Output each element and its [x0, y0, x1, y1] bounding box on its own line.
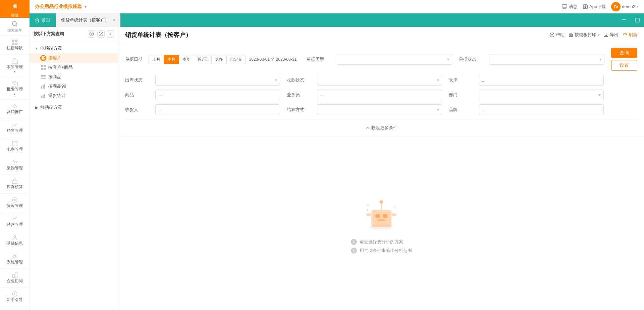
sidebar-item-newbie[interactable]: 新手引导	[0, 288, 29, 306]
app-logo[interactable]: 畅 标版	[0, 0, 30, 18]
collapse-row: 收起更多条件	[125, 119, 637, 136]
wholesale-label: 批发管理	[7, 87, 23, 92]
mobile-scheme-group[interactable]: ▶ 移动端方案	[30, 102, 118, 112]
receiver-input[interactable]: ···	[155, 104, 280, 115]
goods-input[interactable]: ···	[155, 90, 280, 100]
tab-expand-btn[interactable]	[631, 13, 644, 27]
inventory-label: 库存核算	[7, 184, 23, 190]
scheme-return-stats[interactable]: 退货统计	[30, 91, 118, 100]
sidebar-item-operations[interactable]: 经营管理	[0, 212, 29, 231]
export-icon	[604, 33, 608, 37]
svg-point-11	[14, 107, 15, 108]
app-selector[interactable]: 办公用品行业模拟账套	[35, 4, 82, 10]
svg-rect-59	[377, 219, 385, 221]
sidebar-item-appstore[interactable]: 应用中心	[0, 306, 29, 310]
left-panel-title: 按以下方案查询	[34, 31, 64, 37]
sidebar-item-wholesale[interactable]: 批发管理 ▲	[0, 77, 29, 100]
user-menu[interactable]: Ea demo2 ▾	[611, 2, 639, 11]
main-area: 办公用品行业模拟账套 ▾ 消息 App下载 Ea demo2 ▾	[30, 0, 644, 310]
bill-status-col: 单据状态 ▾	[459, 54, 604, 65]
collapse-panel-btn[interactable]	[107, 30, 114, 38]
svg-rect-36	[41, 65, 43, 67]
download-btn[interactable]: App下载	[583, 4, 606, 10]
collapse-btn[interactable]: 收起更多条件	[365, 123, 397, 133]
collapse-icon	[108, 32, 113, 36]
system-icon	[12, 253, 18, 259]
sidebar-item-basic[interactable]: 基础信息	[0, 231, 29, 250]
sidebar-item-finance[interactable]: 资金管理	[0, 194, 29, 212]
ship-status-select[interactable]: ▾	[155, 75, 280, 86]
help-btn[interactable]: 帮助	[550, 32, 565, 38]
wholesale-arrow: ▲	[13, 92, 16, 96]
last-month-btn[interactable]: 上月	[149, 55, 164, 64]
sidebar-item-inventory[interactable]: 库存核算	[0, 175, 29, 194]
svg-rect-38	[41, 68, 43, 70]
filter-row-2: 出库状态 ▾ 收款状态 ▾ 仓库	[125, 75, 637, 86]
ship-status-arrow: ▾	[275, 78, 277, 83]
payment-status-select[interactable]: ▾	[317, 75, 442, 86]
retail-arrow: ▼	[13, 70, 16, 73]
app-selector-dropdown[interactable]: ▾	[85, 4, 87, 9]
empty-state: 1 请先选择要分析的方案 2 用过滤条件来缩小分析范围	[118, 137, 644, 310]
username: demo2	[622, 4, 635, 9]
basic-label: 基础信息	[7, 241, 23, 246]
left-panel-actions	[88, 30, 114, 38]
svg-rect-58	[383, 214, 387, 218]
sidebar-item-purchase[interactable]: 采购管理	[0, 156, 29, 175]
edit-scheme-btn[interactable]	[97, 30, 105, 38]
tab-close-icon[interactable]: ×	[112, 17, 115, 23]
refresh-btn[interactable]: 刷新	[623, 32, 637, 38]
svg-rect-56	[373, 212, 390, 225]
add-scheme-btn[interactable]	[88, 30, 95, 38]
sidebar-search[interactable]: 搜索菜单	[0, 18, 29, 36]
scheme-by-customer-goods[interactable]: 按客户+商品	[30, 63, 118, 72]
svg-rect-12	[12, 141, 17, 146]
this-year-btn[interactable]: 本年	[179, 55, 194, 64]
export-btn[interactable]: 导出	[604, 32, 619, 38]
tab-home[interactable]: 首页	[30, 13, 56, 27]
bill-type-select[interactable]: ▾	[337, 54, 452, 65]
svg-rect-39	[44, 68, 46, 70]
custom-btn[interactable]: 自定义	[226, 55, 246, 64]
svg-rect-45	[44, 84, 45, 89]
settings-btn[interactable]: 设置	[611, 60, 637, 71]
bill-status-select[interactable]: ▾	[489, 54, 604, 65]
page-title: 销货单统计表（按客户）	[125, 31, 192, 43]
tab-sales-stats[interactable]: 销货单统计表（按客户） ×	[56, 13, 120, 27]
department-select[interactable]: ▾	[479, 90, 604, 100]
svg-point-17	[16, 217, 17, 218]
print-btn[interactable]: 按模板打印 ▾	[569, 32, 600, 38]
date-filter-col: 单据日期 上月 本月 本年 近7天 更多 自定义 2023-03-01 至 20…	[125, 55, 297, 64]
this-month-btn[interactable]: 本月	[164, 55, 179, 64]
mobile-group-label: 移动端方案	[40, 104, 62, 110]
svg-rect-31	[36, 20, 39, 22]
sidebar-item-retail[interactable]: 零售管理 ▼	[0, 55, 29, 77]
payment-status-col: 收款状态 ▾	[287, 75, 442, 86]
desktop-scheme-title[interactable]: ▼ 电脑端方案	[30, 43, 118, 53]
sidebar-item-sales[interactable]: 销售管理	[0, 118, 29, 137]
customer-icon: 客	[40, 55, 46, 61]
message-btn[interactable]: 消息	[562, 4, 577, 10]
scheme-by-goods-99[interactable]: 按商品99	[30, 82, 118, 91]
marketing-icon	[12, 103, 18, 109]
left-panel-header: 按以下方案查询	[30, 27, 118, 41]
sidebar-item-shortcut[interactable]: 快捷导航	[0, 36, 29, 55]
print-dropdown[interactable]: ▾	[598, 33, 600, 37]
last-7-btn[interactable]: 近7天	[194, 55, 212, 64]
brand-input[interactable]: ···	[479, 104, 604, 115]
message-label: 消息	[569, 4, 577, 10]
settlement-select[interactable]: ▾	[317, 104, 442, 115]
scheme-by-customer[interactable]: 客 按客户	[30, 53, 118, 63]
warehouse-input[interactable]: ...	[479, 75, 604, 86]
more-btn[interactable]: 更多	[211, 55, 227, 64]
salesperson-input[interactable]: ···	[317, 90, 442, 100]
scheme-by-goods[interactable]: 按商品	[30, 72, 118, 82]
tab-minimize-btn[interactable]	[617, 13, 631, 27]
sidebar-item-system[interactable]: 系统管理	[0, 250, 29, 269]
query-btn[interactable]: 查询	[611, 48, 637, 58]
sidebar-item-marketing[interactable]: 营销推广	[0, 100, 29, 118]
sidebar-item-ecommerce[interactable]: 电商管理	[0, 137, 29, 156]
bill-type-col: 单据类型 ▾	[307, 54, 452, 65]
sidebar-item-enterprise[interactable]: 企业协同	[0, 269, 29, 288]
goods-col: 商品 ···	[125, 90, 280, 100]
